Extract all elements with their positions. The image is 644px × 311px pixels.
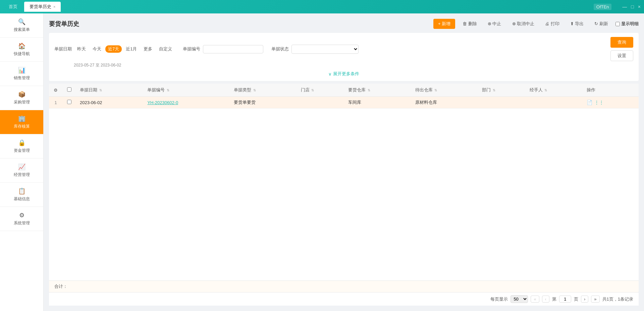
- row-more-icon[interactable]: ⋮⋮: [594, 100, 604, 105]
- row-handler: [526, 97, 583, 108]
- delete-button[interactable]: 🗑 删除: [459, 19, 480, 29]
- content-area: 要货单历史 + 新增 🗑 删除 ⊗ 中止 ⊗ 取消中止 🖨 打印 ⬆ 导出 ↻ …: [44, 13, 644, 311]
- date-btn-yesterday[interactable]: 昨天: [74, 45, 89, 53]
- next-page-btn[interactable]: ›: [581, 296, 588, 303]
- col-type[interactable]: 单据类型 ⇅: [230, 84, 297, 97]
- row-checkbox-cell[interactable]: [62, 97, 76, 108]
- doc-number-input[interactable]: [203, 45, 263, 53]
- tab-active[interactable]: 要货单历史 ×: [24, 2, 61, 12]
- sort-icon-pending-wh: ⇅: [434, 88, 437, 92]
- select-all-checkbox[interactable]: [67, 87, 71, 92]
- last-page-btn[interactable]: »: [591, 296, 599, 303]
- page-number-input[interactable]: [559, 296, 571, 303]
- sidebar-item-label: 库存核算: [14, 124, 30, 129]
- col-pending-warehouse-label: 待出仓库: [415, 87, 433, 92]
- sort-icon-dept: ⇅: [493, 88, 495, 92]
- filter-actions: 查询 设置: [610, 37, 633, 61]
- page-label: 第: [552, 296, 556, 302]
- cancel-suspend-button[interactable]: ⊗ 取消中止: [509, 19, 538, 29]
- filter-area: 单据日期 昨天 今天 近7天 近1月 更多 自定义 单据编号: [49, 33, 639, 81]
- col-handler-label: 经手人: [530, 87, 543, 92]
- expand-more-btn[interactable]: ∨ 展开更多条件: [54, 71, 633, 77]
- row-number-link[interactable]: YH-20230602-0: [147, 100, 178, 105]
- date-btn-7days[interactable]: 近7天: [105, 45, 122, 53]
- sidebar-item-purchase-mgmt[interactable]: 📦 采购管理: [0, 86, 43, 110]
- sort-icon-req-wh: ⇅: [368, 88, 370, 92]
- refresh-button[interactable]: ↻ 刷新: [591, 19, 611, 29]
- pagination-summary: 共1页，1条记录: [602, 296, 633, 302]
- date-btn-1month[interactable]: 近1月: [123, 45, 140, 53]
- col-date[interactable]: 单据日期 ⇅: [76, 84, 143, 97]
- sidebar-item-sales-mgmt[interactable]: 📊 销售管理: [0, 62, 43, 86]
- export-button[interactable]: ⬆ 导出: [567, 19, 587, 29]
- tab-close-icon[interactable]: ×: [53, 5, 55, 9]
- first-page-btn[interactable]: «: [531, 296, 539, 303]
- table-container: ⚙ 单据日期 ⇅ 单据编号 ⇅ 单据类型: [49, 84, 639, 292]
- sidebar-item-search-menu[interactable]: 🔍 搜索菜单: [0, 13, 43, 38]
- sidebar-item-quick-nav[interactable]: 🏠 快捷导航: [0, 38, 43, 62]
- sales-icon: 📊: [18, 66, 25, 74]
- sort-icon-date: ⇅: [99, 88, 102, 92]
- add-button[interactable]: + 新增: [433, 19, 455, 29]
- col-dept[interactable]: 部门 ⇅: [478, 84, 526, 97]
- sidebar-item-system-mgmt[interactable]: ⚙ 系统管理: [0, 207, 43, 231]
- row-view-icon[interactable]: 📄: [587, 100, 592, 105]
- settings-button[interactable]: 设置: [610, 50, 633, 61]
- col-store-label: 门店: [301, 87, 310, 92]
- sidebar-item-label: 快捷导航: [14, 51, 30, 57]
- suspend-button[interactable]: ⊗ 中止: [484, 19, 505, 29]
- query-button[interactable]: 查询: [610, 37, 633, 48]
- status-filter-group: 单据状态: [271, 45, 359, 54]
- ops-icon: 📈: [18, 163, 25, 171]
- sidebar-item-inventory[interactable]: 🏢 库存核算: [0, 110, 43, 134]
- search-menu-icon: 🔍: [18, 18, 25, 26]
- row-checkbox[interactable]: [67, 100, 71, 104]
- date-btn-custom[interactable]: 自定义: [156, 45, 175, 53]
- sidebar-item-finance-mgmt[interactable]: 🔒 资金管理: [0, 134, 43, 159]
- date-filter-group: 单据日期 昨天 今天 近7天 近1月 更多 自定义: [54, 45, 175, 53]
- chevron-down-icon: ∨: [328, 72, 332, 77]
- sidebar-item-label: 搜索菜单: [14, 27, 30, 33]
- display-detail-checkbox[interactable]: [615, 22, 620, 26]
- sidebar-item-label: 基础信息: [14, 196, 30, 202]
- row-number[interactable]: YH-20230602-0: [143, 97, 230, 108]
- quick-nav-icon: 🏠: [18, 42, 25, 50]
- col-checkbox[interactable]: [62, 84, 76, 97]
- col-req-warehouse[interactable]: 要货仓库 ⇅: [344, 84, 411, 97]
- sidebar-item-ops-mgmt[interactable]: 📈 经营管理: [0, 159, 43, 183]
- page-unit: 页: [574, 296, 578, 302]
- col-store[interactable]: 门店 ⇅: [297, 84, 344, 97]
- close-icon[interactable]: ×: [638, 4, 641, 9]
- date-btn-today[interactable]: 今天: [90, 45, 104, 53]
- sum-label: 合计：: [54, 284, 67, 289]
- date-shortcuts: 昨天 今天 近7天 近1月 更多 自定义: [74, 45, 175, 53]
- sidebar-item-label: 资金管理: [14, 148, 30, 153]
- per-page-label: 每页显示: [490, 296, 508, 302]
- date-btn-more[interactable]: 更多: [141, 45, 155, 53]
- col-number[interactable]: 单据编号 ⇅: [143, 84, 230, 97]
- toolbar: + 新增 🗑 删除 ⊗ 中止 ⊗ 取消中止 🖨 打印 ⬆ 导出 ↻ 刷新 显示明…: [433, 19, 639, 29]
- tab-home[interactable]: 首页: [3, 2, 23, 12]
- basic-info-icon: 📋: [18, 187, 25, 195]
- display-detail-toggle[interactable]: 显示明细: [615, 21, 639, 27]
- table-body: 1 2023-06-02 YH-20230602-0 要货单要货 车间库 原材料…: [49, 97, 639, 108]
- prev-page-btn[interactable]: ‹: [542, 296, 549, 303]
- per-page-select[interactable]: 50 20 100: [511, 295, 528, 303]
- maximize-icon[interactable]: □: [631, 4, 634, 9]
- pagination-bar: 每页显示 50 20 100 « ‹ 第 页 › » 共1页，1条记录: [49, 292, 639, 306]
- col-actions: 操作: [583, 84, 639, 97]
- minimize-icon[interactable]: —: [622, 4, 627, 9]
- filter-row-1: 单据日期 昨天 今天 近7天 近1月 更多 自定义 单据编号: [54, 37, 633, 61]
- sidebar-item-label: 销售管理: [14, 75, 30, 81]
- sidebar-item-basic-info[interactable]: 📋 基础信息: [0, 183, 43, 207]
- col-settings[interactable]: ⚙: [49, 84, 62, 97]
- status-select[interactable]: [291, 45, 359, 54]
- doc-number-label: 单据编号: [183, 46, 200, 52]
- sidebar-item-label: 系统管理: [14, 220, 30, 226]
- top-right: OfTEn — □ ×: [594, 4, 641, 10]
- print-button[interactable]: 🖨 打印: [542, 19, 563, 29]
- page-header: 要货单历史 + 新增 🗑 删除 ⊗ 中止 ⊗ 取消中止 🖨 打印 ⬆ 导出 ↻ …: [49, 19, 639, 29]
- row-dept: [478, 97, 526, 108]
- col-pending-warehouse[interactable]: 待出仓库 ⇅: [411, 84, 478, 97]
- col-handler[interactable]: 经手人 ⇅: [526, 84, 583, 97]
